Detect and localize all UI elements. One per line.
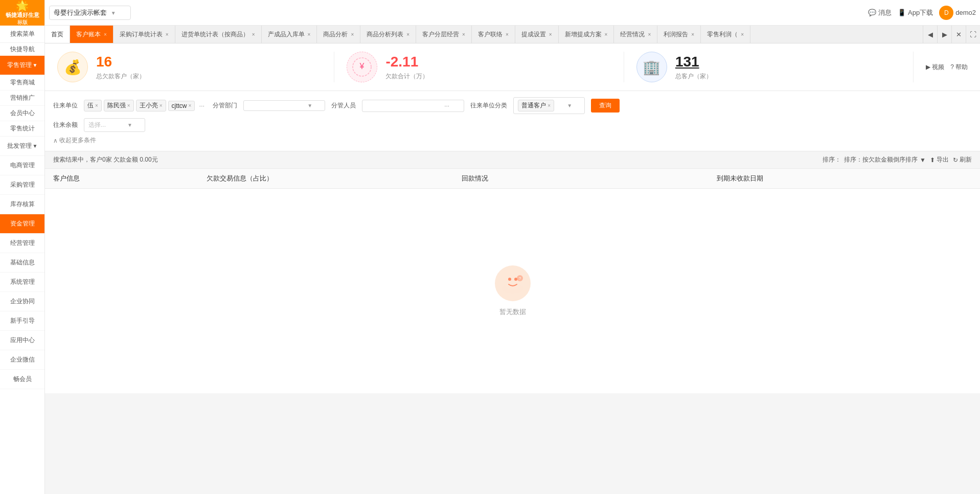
close-icon[interactable]: × [252, 32, 255, 37]
sidebar-item-enterprise-wechat[interactable]: 企业微信 [0, 350, 44, 370]
video-btn[interactable]: ▶ 视频 [926, 63, 944, 72]
tag-close-icon[interactable]: × [159, 103, 163, 108]
close-icon[interactable]: × [308, 32, 311, 37]
filter-balance-select[interactable]: 选择... ▼ [84, 118, 145, 132]
unit-class-tag: 普通客户 × [518, 100, 554, 111]
account-selector[interactable]: 母婴行业演示帐套 ▼ [49, 6, 131, 20]
sidebar-item-app-center[interactable]: 应用中心 [0, 331, 44, 350]
tab-purchase-stats-by-product[interactable]: 进货单统计表（按商品） × [175, 26, 262, 43]
stat-icon-customers: 💰 [57, 52, 88, 82]
sidebar-item-purchase-mgmt[interactable]: 采购管理 [0, 175, 44, 195]
close-icon[interactable]: × [691, 32, 694, 37]
tab-close-all-btn[interactable]: ✕ [951, 26, 966, 43]
sidebar-item-retail-stats[interactable]: 零售统计 [0, 121, 44, 137]
filter-unit-class-select[interactable]: 普通客户 × ▼ [513, 97, 585, 114]
tab-product-analysis-list[interactable]: 商品分析列表 × [360, 26, 416, 43]
sidebar-item-member-center[interactable]: 会员中心 [0, 106, 44, 121]
tab-prev-btn[interactable]: ◀ [923, 26, 937, 43]
collapse-button[interactable]: ∧ 收起更多条件 [53, 136, 972, 145]
sidebar-logo: 🌟 畅捷通好生意 标版 [0, 0, 44, 26]
tab-new-commission[interactable]: 新增提成方案 × [559, 26, 614, 43]
play-icon: ▶ [926, 63, 930, 71]
sidebar-item-marketing[interactable]: 营销推广 [0, 91, 44, 106]
close-icon[interactable]: × [549, 32, 552, 37]
close-icon[interactable]: × [104, 32, 107, 37]
sort-select[interactable]: 排序： 排序：按欠款金额倒序排序 ▼ [823, 155, 926, 164]
stat-total-count: 🏢 131 总客户（家） [636, 52, 914, 82]
sidebar-item-retail-mall[interactable]: 零售商城 [0, 75, 44, 91]
sidebar-item-chang-member[interactable]: 畅会员 [0, 370, 44, 389]
tab-maximize-btn[interactable]: ⛶ [966, 26, 980, 43]
tag-close-icon[interactable]: × [127, 103, 130, 108]
filter-staff-select[interactable]: ··· [362, 100, 464, 112]
filter-more-staff[interactable]: ··· [442, 102, 451, 109]
logo-text: 畅捷通好生意 [6, 12, 39, 18]
tab-label: 客户联络 [478, 30, 503, 39]
app-download-btn[interactable]: 📱 App下载 [898, 8, 933, 17]
tab-next-btn[interactable]: ▶ [937, 26, 951, 43]
query-button[interactable]: 查询 [591, 99, 620, 113]
filter-row-1: 往来单位 伍 × 陈民强 × 王小亮 × cjttcw [53, 97, 972, 114]
sidebar-item-basic-info[interactable]: 基础信息 [0, 253, 44, 273]
sidebar-item-inventory[interactable]: 库存核算 [0, 195, 44, 214]
tab-biz-situation[interactable]: 经营情况 × [614, 26, 657, 43]
stat-label-debt: 欠款合计（万） [385, 72, 428, 81]
close-icon[interactable]: × [166, 32, 169, 37]
tab-purchase-order-stats[interactable]: 采购订单统计表 × [113, 26, 175, 43]
close-icon[interactable]: × [648, 32, 651, 37]
tab-customer-ledger[interactable]: 客户账本 × [70, 26, 113, 43]
svg-text:?: ? [518, 276, 521, 281]
sidebar-item-ecom-mgmt[interactable]: 电商管理 [0, 156, 44, 175]
tab-retail-profit[interactable]: 零售利润（ × [701, 26, 750, 43]
tag-value: 王小亮 [140, 101, 158, 110]
close-icon[interactable]: × [351, 32, 354, 37]
chevron-down-icon: ▼ [920, 156, 926, 164]
tab-profit-report[interactable]: 利润报告 × [657, 26, 701, 43]
sidebar-item-wholesale-mgmt[interactable]: 批发管理 ▼ [0, 137, 44, 156]
tab-commission-settings[interactable]: 提成设置 × [515, 26, 559, 43]
filter-tag-3: cjttcw × [168, 101, 195, 111]
stat-icon-count: 🏢 [636, 52, 667, 82]
close-icon[interactable]: × [605, 32, 608, 37]
sidebar-item-quick-nav[interactable]: 快捷导航 [0, 43, 44, 56]
tag-close-icon[interactable]: × [189, 103, 192, 108]
sidebar-item-beginner[interactable]: 新手引导 [0, 311, 44, 331]
filter-more-tags[interactable]: ··· [197, 102, 207, 109]
refresh-btn[interactable]: ↻ 刷新 [953, 155, 972, 164]
sidebar-item-search-menu[interactable]: 搜索菜单 [0, 26, 44, 43]
filter-dept-select[interactable]: ▼ [243, 100, 325, 111]
tag-close-icon[interactable]: × [548, 103, 551, 108]
tab-customer-contact[interactable]: 客户联络 × [472, 26, 515, 43]
top-nav: 母婴行业演示帐套 ▼ 💬 消息 📱 App下载 D demo2 [45, 0, 980, 26]
sidebar-item-biz-mgmt[interactable]: 经营管理 [0, 234, 44, 253]
close-icon[interactable]: × [741, 32, 744, 37]
tab-home[interactable]: 首页 [45, 26, 70, 43]
refresh-label: 刷新 [960, 155, 972, 164]
avatar: D [939, 6, 953, 20]
stat-label-count: 总客户（家） [675, 72, 712, 81]
close-icon[interactable]: × [406, 32, 409, 37]
chevron-down-icon: ▼ [111, 10, 116, 16]
sidebar-item-sys-mgmt[interactable]: 系统管理 [0, 273, 44, 292]
user-menu[interactable]: D demo2 [939, 6, 976, 20]
close-icon[interactable]: × [506, 32, 509, 37]
tab-finished-goods-inbound[interactable]: 产成品入库单 × [262, 26, 317, 43]
tag-close-icon[interactable]: × [95, 103, 98, 108]
message-btn[interactable]: 💬 消息 [868, 8, 892, 17]
tab-customer-layered[interactable]: 客户分层经营 × [416, 26, 472, 43]
sidebar-item-enterprise-collab[interactable]: 企业协同 [0, 292, 44, 311]
chevron-down-icon: ▼ [127, 122, 132, 128]
svg-point-4 [508, 278, 511, 281]
username: demo2 [955, 9, 976, 16]
export-label: 导出 [937, 155, 949, 164]
filter-row-2: 往来余额 选择... ▼ [53, 118, 972, 132]
sidebar-item-retail-mgmt[interactable]: 零售管理 ▼ [0, 56, 44, 75]
export-btn[interactable]: ⬆ 导出 [930, 155, 949, 164]
tab-product-analysis[interactable]: 商品分析 × [317, 26, 360, 43]
sidebar-item-finance-mgmt[interactable]: 资金管理 [0, 214, 44, 234]
main-content: 母婴行业演示帐套 ▼ 💬 消息 📱 App下载 D demo2 首页 客户账本 … [45, 0, 980, 494]
stats-bar: 💰 16 总欠款客户（家） ¥ -2.11 欠款合计（万） [45, 43, 980, 91]
help-btn[interactable]: ? 帮助 [950, 63, 968, 72]
close-icon[interactable]: × [462, 32, 465, 37]
stat-value-count: 131 [675, 54, 712, 70]
